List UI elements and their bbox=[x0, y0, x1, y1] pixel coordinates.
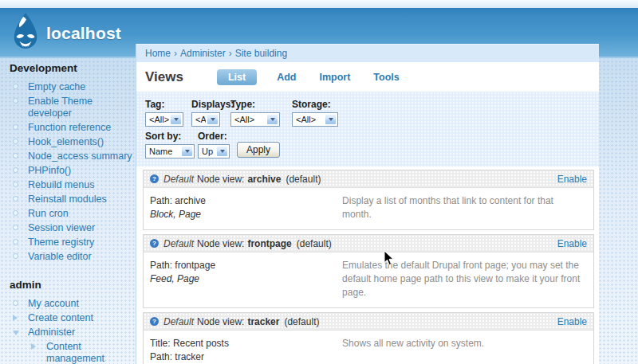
views-list: ? Default Node view: archive (default) E… bbox=[136, 170, 599, 364]
filter-sort: Sort by: Name bbox=[145, 131, 195, 159]
breadcrumb-administer-link[interactable]: Administer bbox=[180, 48, 226, 59]
view-description: Emulates the default Drupal front page; … bbox=[342, 259, 587, 299]
filter-order: Order: Up bbox=[198, 131, 230, 159]
view-path: Path: frontpage bbox=[150, 259, 342, 272]
tab-import[interactable]: Import bbox=[319, 72, 350, 83]
view-kind: Node view: bbox=[197, 238, 244, 249]
view-row-header: ? Default Node view: archive (default) E… bbox=[144, 170, 593, 188]
breadcrumb: Home›Administer›Site building bbox=[136, 44, 599, 62]
help-icon[interactable]: ? bbox=[150, 317, 159, 326]
sidebar-section-title: admin bbox=[10, 279, 136, 291]
sort-select[interactable]: Name bbox=[145, 144, 195, 159]
main-content-panel: Home›Administer›Site building Views List… bbox=[136, 44, 599, 364]
view-path: Path: tracker bbox=[150, 350, 342, 364]
page-title: Views bbox=[145, 69, 183, 85]
menu-collapsed-icon bbox=[31, 343, 36, 350]
top-strip bbox=[0, 0, 638, 8]
dropdown-arrow-icon bbox=[170, 114, 182, 125]
site-title[interactable]: localhost bbox=[46, 24, 121, 43]
view-badge: Default bbox=[163, 174, 194, 185]
sidebar-item-theme-registry[interactable]: Theme registry bbox=[10, 237, 136, 249]
view-displays: Feed, Page bbox=[150, 272, 342, 286]
sidebar-item-function-reference[interactable]: Function reference bbox=[10, 122, 136, 134]
menu-leaf-icon bbox=[13, 182, 18, 187]
sidebar-menu-admin: My account Create content Administer Con… bbox=[10, 298, 136, 364]
sidebar-section-title: Development bbox=[10, 62, 136, 74]
storage-select[interactable]: <All> bbox=[292, 112, 338, 127]
menu-leaf-icon bbox=[13, 196, 18, 202]
sidebar-item-session-viewer[interactable]: Session viewer bbox=[10, 222, 136, 234]
enable-link[interactable]: Enable bbox=[557, 316, 587, 327]
tabs: List Add Import Tools bbox=[217, 69, 423, 85]
order-select[interactable]: Up bbox=[198, 144, 230, 159]
sidebar-item-enable-theme-developer[interactable]: Enable Theme developer bbox=[10, 96, 136, 119]
view-badge: Default bbox=[163, 316, 194, 327]
view-description: Display a list of months that link to co… bbox=[342, 194, 587, 221]
breadcrumb-home-link[interactable]: Home bbox=[145, 48, 171, 59]
sidebar-item-content-management[interactable]: Content management bbox=[28, 341, 136, 364]
view-info: Path: frontpage Feed, Page bbox=[150, 259, 342, 299]
menu-leaf-icon bbox=[13, 98, 18, 104]
sidebar-item-reinstall-modules[interactable]: Reinstall modules bbox=[10, 194, 136, 205]
sidebar-item-phpinfo[interactable]: PHPinfo() bbox=[10, 165, 136, 177]
menu-expanded-icon bbox=[13, 331, 19, 335]
type-select[interactable]: <All> bbox=[230, 112, 280, 127]
sidebar-item-rebuild-menus[interactable]: Rebuild menus bbox=[10, 179, 136, 191]
filter-order-label: Order: bbox=[198, 131, 230, 142]
dropdown-arrow-icon bbox=[325, 114, 337, 125]
mouse-cursor bbox=[384, 251, 394, 267]
drupal-admin-page: localhost Development Empty cache Enable… bbox=[0, 0, 638, 364]
help-icon[interactable]: ? bbox=[150, 239, 159, 248]
sidebar-item-empty-cache[interactable]: Empty cache bbox=[10, 81, 136, 93]
view-name: tracker bbox=[247, 316, 279, 327]
help-icon[interactable]: ? bbox=[150, 174, 159, 183]
dropdown-arrow-icon bbox=[266, 114, 278, 125]
tab-list[interactable]: List bbox=[217, 69, 257, 85]
view-kind: Node view: bbox=[197, 174, 244, 185]
view-badge: Default bbox=[163, 238, 194, 249]
filter-storage: Storage: <All> bbox=[292, 99, 338, 127]
menu-leaf-icon bbox=[13, 153, 18, 159]
menu-leaf-icon bbox=[13, 139, 18, 144]
view-info: Title: Recent posts Path: tracker Page bbox=[150, 337, 342, 364]
breadcrumb-site-building-link[interactable]: Site building bbox=[235, 48, 287, 59]
sidebar-item-administer[interactable]: Administer bbox=[10, 327, 136, 339]
menu-leaf-icon bbox=[13, 124, 18, 130]
apply-button[interactable]: Apply bbox=[237, 142, 280, 158]
sidebar: Development Empty cache Enable Theme dev… bbox=[10, 62, 136, 364]
filter-sort-label: Sort by: bbox=[145, 131, 195, 142]
view-row-tracker: ? Default Node view: tracker (default) E… bbox=[143, 312, 594, 364]
view-displays: Block, Page bbox=[150, 208, 342, 221]
sidebar-item-run-cron[interactable]: Run cron bbox=[10, 208, 136, 220]
view-info: Path: archive Block, Page bbox=[150, 194, 342, 221]
menu-leaf-icon bbox=[13, 225, 18, 230]
tag-select[interactable]: <All> bbox=[145, 112, 183, 127]
view-description: Shows all new activity on system. bbox=[342, 337, 587, 364]
dropdown-arrow-icon bbox=[216, 146, 228, 157]
filter-row-2: Sort by: Name Order: Up Apply bbox=[145, 131, 590, 159]
view-name: frontpage bbox=[247, 238, 291, 249]
view-suffix: (default) bbox=[286, 174, 321, 185]
view-path: Path: archive bbox=[150, 194, 342, 208]
filter-displays: Displays: <All> bbox=[191, 99, 220, 127]
sidebar-item-node-access-summary[interactable]: Node_access summary bbox=[10, 151, 136, 162]
view-row-header: ? Default Node view: frontpage (default)… bbox=[144, 235, 593, 252]
enable-link[interactable]: Enable bbox=[557, 238, 587, 249]
displays-select[interactable]: <All> bbox=[191, 112, 220, 127]
tab-tools[interactable]: Tools bbox=[373, 72, 399, 83]
view-row-frontpage: ? Default Node view: frontpage (default)… bbox=[143, 234, 594, 308]
tab-add[interactable]: Add bbox=[277, 72, 296, 83]
sidebar-item-my-account[interactable]: My account bbox=[10, 298, 136, 310]
view-row-body: Path: archive Block, Page Display a list… bbox=[144, 188, 593, 229]
sidebar-item-hook-elements[interactable]: Hook_elements() bbox=[10, 136, 136, 148]
enable-link[interactable]: Enable bbox=[557, 174, 587, 185]
filter-displays-label: Displays: bbox=[191, 99, 220, 110]
view-title: Title: Recent posts bbox=[150, 337, 342, 350]
view-row-body: Title: Recent posts Path: tracker Page S… bbox=[144, 331, 593, 364]
drupal-logo-icon[interactable] bbox=[10, 12, 41, 52]
view-suffix: (default) bbox=[284, 316, 319, 327]
view-kind: Node view: bbox=[197, 316, 244, 327]
sidebar-item-create-content[interactable]: Create content bbox=[10, 312, 136, 324]
sidebar-item-variable-editor[interactable]: Variable editor bbox=[10, 251, 136, 263]
dropdown-arrow-icon bbox=[181, 146, 193, 157]
